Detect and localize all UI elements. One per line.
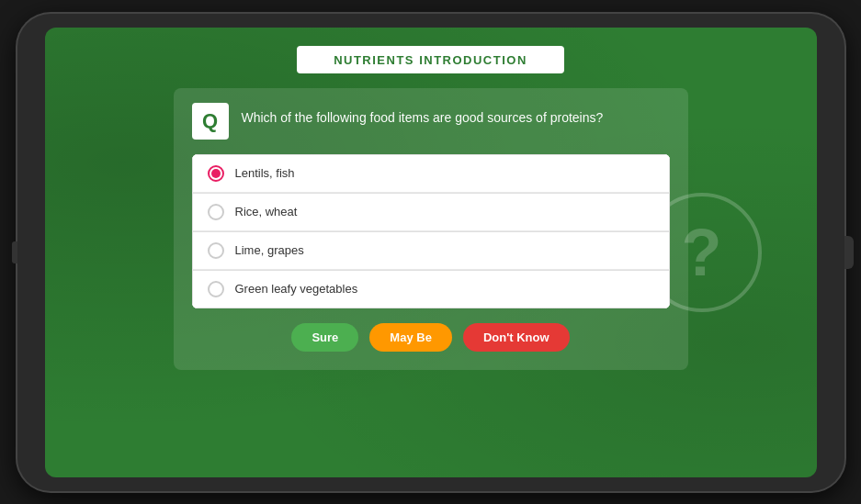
question-badge: Q [192,103,229,140]
option-row-4[interactable]: Green leafy vegetables [192,270,670,308]
tablet-screen: ? NUTRIENTS INTRODUCTION Q Which of the … [45,28,817,477]
question-text: Which of the following food items are go… [242,103,604,128]
option-row-2[interactable]: Rice, wheat [192,193,670,231]
option-label-4: Green leafy vegetables [235,282,358,296]
header-title: NUTRIENTS INTRODUCTION [334,53,527,67]
option-row-1[interactable]: Lentils, fish [192,154,670,193]
radio-option-3[interactable] [208,242,224,259]
option-label-2: Rice, wheat [235,205,298,218]
tablet-device: ? NUTRIENTS INTRODUCTION Q Which of the … [17,14,844,491]
radio-option-1[interactable] [208,165,224,182]
sure-button[interactable]: Sure [291,323,358,352]
options-container: Lentils, fish Rice, wheat Lime, grapes G… [192,154,670,308]
option-label-3: Lime, grapes [235,243,304,257]
maybe-button[interactable]: May Be [369,323,452,352]
option-label-1: Lentils, fish [235,166,295,180]
content-area: Q Which of the following food items are … [174,88,688,370]
radio-option-2[interactable] [208,204,224,220]
question-row: Q Which of the following food items are … [192,103,670,140]
volume-button [12,241,17,263]
option-row-3[interactable]: Lime, grapes [192,231,670,270]
radio-option-4[interactable] [208,281,224,297]
dont-know-button[interactable]: Don't Know [463,323,570,352]
power-button [844,236,854,269]
header-bar: NUTRIENTS INTRODUCTION [297,46,564,73]
buttons-row: Sure May Be Don't Know [192,323,670,352]
